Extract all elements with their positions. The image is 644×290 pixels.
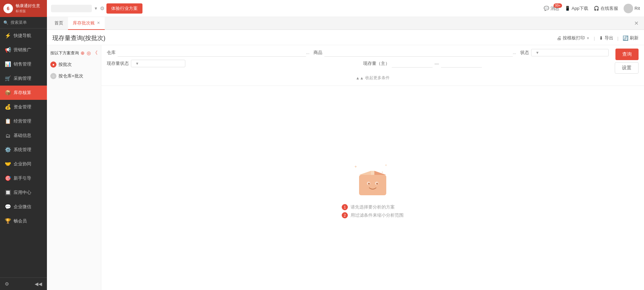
filter-row-1: 仓库 ... 商品 ... 状态	[107, 49, 609, 57]
inv-status-select[interactable]: ▼	[131, 60, 185, 67]
messages-button[interactable]: 💬 消息 99+	[544, 5, 559, 12]
sidebar-item-newuser[interactable]: 🎯 新手引导	[0, 171, 47, 185]
sidebar-item-label: 畅会员	[14, 218, 27, 224]
refresh-button[interactable]: 🔄 刷新	[623, 35, 639, 41]
topbar: ▼ ⚙ 体验行业方案 💬 消息 99+ 📱 App下载 🎧 在线客服 Rit	[47, 0, 644, 17]
member-icon: 🏆	[5, 218, 11, 224]
user-area[interactable]: Rit	[624, 4, 640, 13]
sidebar-item-operations[interactable]: 📋 经营管理	[0, 114, 47, 128]
settings-button[interactable]: 设置	[615, 62, 639, 74]
online-service-button[interactable]: 🎧 在线客服	[594, 5, 618, 12]
sidebar-item-label: 营销推广	[14, 47, 31, 53]
collapse-label: 收起更多条件	[365, 75, 390, 81]
panel-add-icon[interactable]: ⊕	[81, 50, 85, 56]
sidebar-item-label: 基础信息	[14, 132, 31, 139]
svg-text:✦: ✦	[381, 171, 384, 174]
page-title: 现存量查询(按批次)	[52, 34, 105, 42]
topbar-breadcrumb-area: ▼ ⚙ 体验行业方案	[51, 3, 540, 14]
right-panel: 仓库 ... 商品 ... 状态	[101, 45, 644, 290]
sidebar-item-marketing[interactable]: 📢 营销推广	[0, 43, 47, 57]
warehouse-more-btn[interactable]: ...	[306, 50, 309, 55]
warehouse-filter-input[interactable]	[118, 49, 306, 57]
empty-hint-1: 1 请先选择要分析的方案	[342, 204, 404, 210]
sidebar-item-basic[interactable]: 🗂 基础信息	[0, 128, 47, 143]
svg-point-4	[376, 183, 378, 184]
phone-icon: 📱	[565, 6, 570, 11]
divider: |	[594, 36, 595, 41]
inv-qty-from-input[interactable]	[392, 59, 433, 68]
sidebar-item-system[interactable]: ⚙️ 系统管理	[0, 143, 47, 157]
sidebar-item-inventory[interactable]: 📦 库存核算	[0, 86, 47, 100]
inv-qty-to-input[interactable]	[441, 59, 482, 68]
sidebar-item-enterprise[interactable]: 🤝 企业协同	[0, 157, 47, 171]
sidebar-footer: ⚙ ◀◀	[0, 277, 47, 290]
panel-collapse-icon[interactable]: 《	[93, 50, 98, 56]
sidebar-item-label: 企业微信	[14, 204, 31, 210]
panel-gear-icon[interactable]: ◎	[87, 50, 91, 56]
message-icon: 💬	[544, 6, 549, 11]
panel-item-by-batch[interactable]: ● 按批次	[47, 59, 101, 70]
query-button[interactable]: 查询	[615, 49, 639, 60]
empty-hint-2: 2 用过滤条件来缩小分析范围	[342, 212, 404, 218]
print-button[interactable]: 🖨 按模板打印 ▼	[557, 35, 590, 41]
sidebar-header: 6 畅康通好生意 标准版	[0, 0, 47, 17]
sidebar-item-finance[interactable]: 💰 资金管理	[0, 100, 47, 114]
tab-inventory-batch-label: 库存批次账	[73, 20, 95, 26]
content-area: 按以下方案查询 ⊕ ◎ 《 ● 按批次 ○ 按仓库+批次	[47, 45, 644, 290]
sidebar-item-apps[interactable]: 🔲 应用中心	[0, 185, 47, 200]
wechat-icon: 💬	[5, 204, 11, 210]
sidebar-version: 标准版	[16, 9, 40, 14]
tab-close-icon[interactable]: ✕	[97, 21, 100, 25]
online-service-label: 在线客服	[600, 5, 618, 12]
product-more-btn[interactable]: ...	[513, 50, 516, 55]
topbar-gear-icon[interactable]: ⚙	[100, 5, 104, 12]
main-area: ▼ ⚙ 体验行业方案 💬 消息 99+ 📱 App下载 🎧 在线客服 Rit	[47, 0, 644, 290]
empty-svg: ✦ ✦ ✦	[352, 158, 393, 199]
panel-item-by-warehouse-batch[interactable]: ○ 按仓库+批次	[47, 70, 101, 82]
topbar-search-input[interactable]	[51, 5, 92, 12]
sidebar-item-quicknav[interactable]: ⚡ 快捷导航	[0, 29, 47, 43]
sidebar-item-member[interactable]: 🏆 畅会员	[0, 214, 47, 228]
sidebar-item-label: 企业协同	[14, 161, 31, 167]
status-filter-select[interactable]: ▼	[531, 49, 609, 56]
svg-rect-0	[359, 175, 386, 195]
search-icon: 🔍	[3, 20, 9, 25]
newuser-icon: 🎯	[5, 175, 11, 181]
tab-inventory-batch[interactable]: 库存批次账 ✕	[68, 17, 105, 30]
username-label: Rit	[634, 6, 640, 11]
tab-close-all-icon[interactable]: ✕	[631, 20, 641, 26]
collapse-icon[interactable]: ◀◀	[35, 281, 42, 287]
filter-group-product: 商品 ...	[313, 49, 516, 57]
tab-home[interactable]: 首页	[50, 17, 68, 30]
purchase-icon: 🛒	[5, 75, 11, 81]
warehouse-filter-label: 仓库	[107, 50, 116, 56]
export-button[interactable]: ⬇ 导出	[599, 35, 613, 41]
sidebar-search-bar[interactable]: 🔍 搜索菜单	[0, 17, 47, 29]
panel-search-icons: ⊕ ◎ 《	[81, 50, 98, 56]
sidebar-item-sales[interactable]: 📊 销售管理	[0, 57, 47, 71]
svg-text:✦: ✦	[385, 163, 387, 167]
hint1-text: 请先选择要分析的方案	[351, 204, 395, 210]
apps-icon: 🔲	[5, 189, 11, 196]
avatar	[624, 4, 633, 13]
chevron-down-icon[interactable]: ▼	[94, 6, 98, 11]
sidebar-nav: ⚡ 快捷导航 📢 营销推广 📊 销售管理 🛒 采购管理 📦 库存核算 💰 资金管…	[0, 29, 47, 277]
inv-status-label: 现存量状态	[107, 60, 129, 67]
refresh-label: 刷新	[630, 35, 639, 41]
inv-qty-label: 现存量（主）	[363, 60, 390, 67]
sidebar-search-label: 搜索菜单	[11, 20, 27, 25]
collapse-row[interactable]: ▲▲ 收起更多条件	[107, 74, 639, 82]
sidebar-item-wechat[interactable]: 💬 企业微信	[0, 200, 47, 214]
filter-area: 仓库 ... 商品 ... 状态	[101, 45, 644, 86]
basic-icon: 🗂	[5, 133, 11, 139]
app-download-button[interactable]: 📱 App下载	[565, 5, 588, 12]
filter-group-inv-status: 现存量状态 ▼	[107, 60, 352, 67]
messages-badge: 99+	[554, 3, 562, 8]
sidebar-item-label: 销售管理	[14, 61, 31, 67]
trial-button[interactable]: 体验行业方案	[106, 3, 142, 14]
quicknav-icon: ⚡	[5, 33, 11, 39]
settings-icon[interactable]: ⚙	[5, 281, 9, 287]
product-filter-input[interactable]	[324, 49, 513, 57]
sidebar-item-purchase[interactable]: 🛒 采购管理	[0, 71, 47, 86]
sidebar-item-label: 经营管理	[14, 118, 31, 124]
